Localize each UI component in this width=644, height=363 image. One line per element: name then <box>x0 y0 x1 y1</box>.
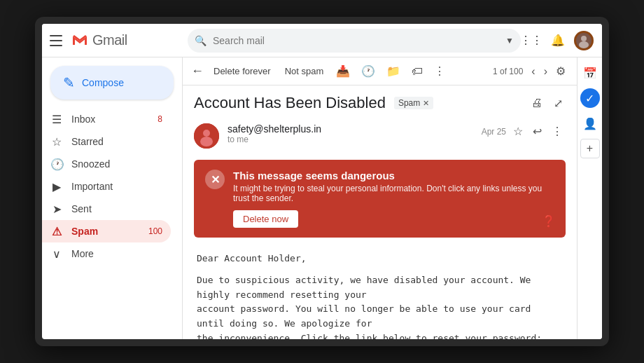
menu-icon[interactable] <box>48 32 64 49</box>
sidebar-item-more[interactable]: ∨ More <box>42 242 171 265</box>
email-subject-area: Account Has Been Disabled Spam ✕ 🖨 ⤢ <box>183 85 577 118</box>
important-icon: ▶ <box>50 180 63 193</box>
email-sender-row: safety@shelterplus.in to me Apr 25 ☆ ↩ ⋮ <box>194 118 566 154</box>
header-left: Gmail <box>48 31 188 50</box>
email-toolbar: ← Delete forever Not spam 📥 🕐 📁 🏷 ⋮ 1 of… <box>183 57 577 85</box>
svg-point-2 <box>581 36 587 41</box>
archive-icon[interactable]: 📥 <box>333 63 353 79</box>
email-greeting: Dear Account Holder, <box>197 252 563 266</box>
starred-icon: ☆ <box>50 135 63 149</box>
subject-right-icons: 🖨 ⤢ <box>528 95 566 111</box>
gmail-m-icon <box>70 31 90 50</box>
sidebar-item-starred[interactable]: ☆ Starred <box>42 130 171 153</box>
not-spam-button[interactable]: Not spam <box>281 63 328 79</box>
compose-button[interactable]: ✎ Compose <box>50 66 174 100</box>
sent-icon: ➤ <box>50 203 63 216</box>
back-button[interactable]: ← <box>191 64 204 78</box>
sidebar-item-spam[interactable]: ⚠ Spam 100 <box>42 220 171 242</box>
tag-icon[interactable]: 🏷 <box>409 64 426 79</box>
spam-icon: ⚠ <box>50 225 63 238</box>
delete-now-button[interactable]: Delete now <box>233 210 298 228</box>
danger-banner: ✕ This message seems dangerous It might … <box>194 160 566 238</box>
delete-forever-button[interactable]: Delete forever <box>209 63 275 79</box>
print-icon[interactable]: 🖨 <box>528 95 545 111</box>
sender-info: safety@shelterplus.in to me <box>227 123 473 144</box>
sender-avatar <box>194 123 219 149</box>
folder-icon[interactable]: 📁 <box>384 63 403 79</box>
toolbar-right: 1 of 100 ‹ › ⚙ <box>490 63 568 79</box>
search-icon: 🔍 <box>195 35 206 46</box>
sidebar-item-snoozed[interactable]: 🕐 Snoozed <box>42 153 171 175</box>
danger-warning-icon: ✕ <box>205 170 225 189</box>
danger-title: This message seems dangerous <box>233 170 554 182</box>
spam-badge-close[interactable]: ✕ <box>423 99 429 108</box>
spam-count: 100 <box>148 226 162 236</box>
email-body: Dear Account Holder, Due to suspicious a… <box>194 243 566 339</box>
gmail-body: ✎ Compose ☰ Inbox 8 ☆ Starred 🕐 Snoozed <box>42 57 602 339</box>
search-input[interactable] <box>188 29 521 53</box>
gmail-header: Gmail 🔍 ▼ ⋮⋮ 🔔 <box>42 24 602 57</box>
search-bar: 🔍 ▼ <box>188 29 521 53</box>
sidebar-item-inbox[interactable]: ☰ Inbox 8 <box>42 108 171 130</box>
sidebar-item-important[interactable]: ▶ Important <box>42 175 171 198</box>
danger-help-icon[interactable]: ❓ <box>542 214 556 228</box>
inbox-icon: ☰ <box>50 113 63 126</box>
spam-badge: Spam ✕ <box>394 97 433 109</box>
gmail-logo: Gmail <box>70 31 127 50</box>
snoozed-icon: 🕐 <box>50 158 63 171</box>
sender-to[interactable]: to me <box>227 135 473 144</box>
screen: Gmail 🔍 ▼ ⋮⋮ 🔔 <box>42 24 602 339</box>
compose-plus-icon: ✎ <box>63 76 75 90</box>
sender-name: safety@shelterplus.in <box>227 123 473 135</box>
email-subject-title: Account Has Been Disabled <box>194 94 386 112</box>
important-label: Important <box>71 181 162 192</box>
sidebar: ✎ Compose ☰ Inbox 8 ☆ Starred 🕐 Snoozed <box>42 57 182 339</box>
main-content: ← Delete forever Not spam 📥 🕐 📁 🏷 ⋮ 1 of… <box>182 57 577 339</box>
notifications-icon[interactable]: 🔔 <box>547 30 568 51</box>
sender-actions: Apr 25 ☆ ↩ ⋮ <box>482 123 566 139</box>
more-actions-icon[interactable]: ⋮ <box>431 63 448 79</box>
search-dropdown-icon[interactable]: ▼ <box>505 36 514 46</box>
open-new-tab-icon[interactable]: ⤢ <box>551 95 566 111</box>
tasks-panel-icon[interactable]: ✓ <box>580 88 600 108</box>
spam-label: Spam <box>71 226 140 237</box>
header-right: ⋮⋮ 🔔 <box>521 30 596 51</box>
email-paragraph1: Due to suspicious activity, we have disa… <box>197 273 563 339</box>
prev-email-icon[interactable]: ‹ <box>528 64 538 79</box>
toolbar-left: ← Delete forever Not spam 📥 🕐 📁 🏷 ⋮ <box>191 63 448 79</box>
danger-subtitle: It might be trying to steal your persona… <box>233 184 554 203</box>
contacts-panel-icon[interactable]: 👤 <box>580 114 600 133</box>
inbox-label: Inbox <box>71 114 149 125</box>
star-icon[interactable]: ☆ <box>510 123 526 139</box>
right-panel: 📅 ✓ 👤 + <box>577 57 602 339</box>
svg-point-5 <box>203 130 210 137</box>
email-view: safety@shelterplus.in to me Apr 25 ☆ ↩ ⋮… <box>183 118 577 339</box>
page-nav: 1 of 100 <box>490 67 526 76</box>
avatar[interactable] <box>574 31 594 50</box>
inbox-count: 8 <box>158 114 162 124</box>
snoozed-label: Snoozed <box>71 158 162 170</box>
more-email-actions-icon[interactable]: ⋮ <box>549 123 566 139</box>
sent-label: Sent <box>71 203 162 214</box>
svg-point-3 <box>579 41 589 48</box>
starred-label: Starred <box>71 136 162 147</box>
spam-badge-label: Spam <box>398 98 420 108</box>
reply-icon[interactable]: ↩ <box>530 123 545 139</box>
more-icon: ∨ <box>50 247 63 261</box>
settings-icon[interactable]: ⚙ <box>553 63 568 79</box>
apps-icon[interactable]: ⋮⋮ <box>521 30 542 51</box>
svg-point-6 <box>200 137 213 146</box>
compose-label: Compose <box>82 77 124 88</box>
calendar-panel-icon[interactable]: 📅 <box>580 63 600 83</box>
sidebar-item-sent[interactable]: ➤ Sent <box>42 198 171 220</box>
danger-text: This message seems dangerous It might be… <box>233 170 554 228</box>
gmail-text: Gmail <box>92 32 127 48</box>
more-label: More <box>71 248 162 259</box>
next-email-icon[interactable]: › <box>541 64 550 79</box>
laptop-frame: Gmail 🔍 ▼ ⋮⋮ 🔔 <box>35 17 609 346</box>
email-date: Apr 25 <box>482 127 506 137</box>
add-panel-button[interactable]: + <box>580 139 600 158</box>
clock-icon[interactable]: 🕐 <box>358 63 378 79</box>
